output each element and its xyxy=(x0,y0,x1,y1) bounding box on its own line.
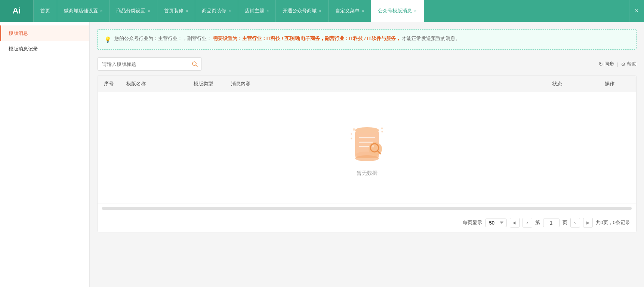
last-page-button[interactable]: ⊳ xyxy=(583,218,593,228)
svg-point-12 xyxy=(372,145,374,147)
sync-icon: ↻ xyxy=(599,61,603,67)
page-suffix: 页 xyxy=(563,219,567,226)
toolbar-right: ↻ 同步 | ⊙ 帮助 xyxy=(599,61,637,67)
empty-row: ✦ ✦ 暂无数据 xyxy=(98,92,636,204)
notice-text: 您的公众号行业为：主营行业：，副营行业： 需要设置为：主营行业：IT科技 / 互… xyxy=(114,35,460,43)
tab-bar: 首页微商城店铺设置×商品分类设置×首页装修×商品页装修×店铺主题×开通公众号商城… xyxy=(34,0,629,22)
svg-point-13 xyxy=(353,128,355,131)
main-layout: 模版消息模版消息记录 💡 您的公众号行业为：主营行业：，副营行业： 需要设置为：… xyxy=(0,22,644,287)
search-button[interactable] xyxy=(188,58,201,70)
notice-icon: 💡 xyxy=(104,35,111,44)
tab-close-icon[interactable]: × xyxy=(414,9,416,13)
scrollbar-area xyxy=(98,204,636,213)
svg-text:✦: ✦ xyxy=(380,130,383,134)
table-body: ✦ ✦ 暂无数据 xyxy=(98,92,636,204)
page-total: 共0页，0条记录 xyxy=(596,219,630,226)
horizontal-scrollbar[interactable] xyxy=(102,207,632,210)
tab-close-icon[interactable]: × xyxy=(148,9,150,13)
topbar-tab-8[interactable]: 公众号模版消息× xyxy=(371,0,423,22)
prev-page-button[interactable]: ‹ xyxy=(523,218,532,228)
topbar: Ai 首页微商城店铺设置×商品分类设置×首页装修×商品页装修×店铺主题×开通公众… xyxy=(0,0,644,22)
table-container: 序号模版名称模版类型消息内容状态操作 xyxy=(97,75,637,232)
page-size-select[interactable]: 102050100 xyxy=(485,219,507,227)
topbar-tab-1[interactable]: 微商城店铺设置× xyxy=(57,0,110,22)
help-icon: ⊙ xyxy=(621,61,625,67)
empty-state-icon: ✦ ✦ xyxy=(345,119,389,164)
topbar-tab-5[interactable]: 店铺主题× xyxy=(238,0,276,22)
svg-point-15 xyxy=(381,128,383,129)
topbar-tab-0[interactable]: 首页 xyxy=(34,0,57,22)
table-col-序号: 序号 xyxy=(98,76,120,92)
topbar-tab-4[interactable]: 商品页装修× xyxy=(195,0,238,22)
tab-close-icon[interactable]: × xyxy=(186,9,188,13)
svg-text:✦: ✦ xyxy=(350,137,353,140)
sidebar-item-1[interactable]: 模版消息记录 xyxy=(0,41,89,57)
content-area: 💡 您的公众号行业为：主营行业：，副营行业： 需要设置为：主营行业：IT科技 /… xyxy=(90,22,644,287)
search-icon xyxy=(192,61,198,67)
table-col-消息内容: 消息内容 xyxy=(225,76,546,92)
svg-point-4 xyxy=(355,127,379,133)
next-page-button[interactable]: › xyxy=(570,218,580,228)
close-all-button[interactable]: × xyxy=(629,0,644,22)
sidebar-item-0[interactable]: 模版消息 xyxy=(0,25,89,41)
table-header: 序号模版名称模版类型消息内容状态操作 xyxy=(98,76,636,92)
svg-point-14 xyxy=(351,133,352,135)
svg-line-1 xyxy=(196,65,197,67)
first-page-button[interactable]: ⊲ xyxy=(510,218,520,228)
table-col-模版类型: 模版类型 xyxy=(188,76,225,92)
svg-point-5 xyxy=(355,155,379,161)
tab-close-icon[interactable]: × xyxy=(100,9,102,13)
data-table: 序号模版名称模版类型消息内容状态操作 xyxy=(98,76,636,204)
app-logo: Ai xyxy=(0,0,34,22)
table-header-row: 序号模版名称模版类型消息内容状态操作 xyxy=(98,76,636,92)
per-page-label: 每页显示 xyxy=(463,219,482,226)
toolbar: ↻ 同步 | ⊙ 帮助 xyxy=(97,57,637,71)
topbar-tab-3[interactable]: 首页装修× xyxy=(157,0,195,22)
sidebar: 模版消息模版消息记录 xyxy=(0,22,90,287)
topbar-tab-6[interactable]: 开通公众号商城× xyxy=(276,0,328,22)
sync-button[interactable]: ↻ 同步 xyxy=(599,61,614,67)
divider: | xyxy=(617,61,618,67)
topbar-tab-7[interactable]: 自定义菜单× xyxy=(329,0,371,22)
search-input[interactable] xyxy=(98,59,188,70)
empty-state: ✦ ✦ 暂无数据 xyxy=(104,97,630,199)
notice-box: 💡 您的公众号行业为：主营行业：，副营行业： 需要设置为：主营行业：IT科技 /… xyxy=(97,29,637,50)
help-button[interactable]: ⊙ 帮助 xyxy=(621,61,637,67)
page-input[interactable] xyxy=(543,219,560,227)
tab-close-icon[interactable]: × xyxy=(228,9,231,13)
pagination: 每页显示 102050100 ⊲ ‹ 第 页 › ⊳ 共0页，0条记录 xyxy=(98,213,636,232)
search-box xyxy=(97,57,202,71)
table-col-模版名称: 模版名称 xyxy=(120,76,188,92)
page-prefix: 第 xyxy=(535,219,540,226)
topbar-tab-2[interactable]: 商品分类设置× xyxy=(110,0,157,22)
table-col-状态: 状态 xyxy=(546,76,599,92)
tab-close-icon[interactable]: × xyxy=(319,9,321,13)
tab-close-icon[interactable]: × xyxy=(266,9,269,13)
tab-close-icon[interactable]: × xyxy=(362,9,364,13)
table-col-操作: 操作 xyxy=(599,76,636,92)
empty-text: 暂无数据 xyxy=(357,170,378,177)
